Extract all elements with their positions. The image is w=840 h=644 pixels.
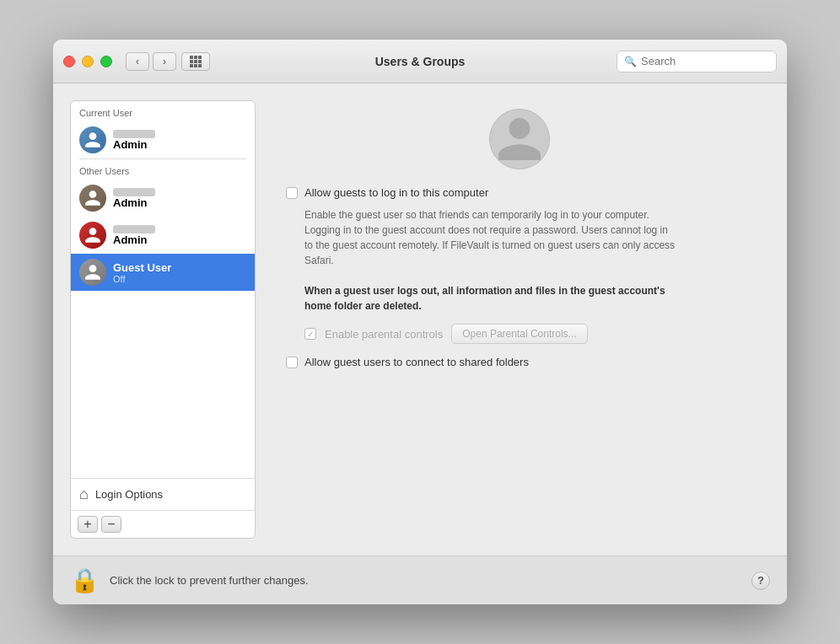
allow-guests-checkbox[interactable] [286,187,298,199]
current-user-blurred-name [113,130,155,138]
avatar [79,126,106,153]
current-user-info: Admin [113,130,155,151]
grid-icon [190,56,202,67]
footer: 🔒 Click the lock to prevent further chan… [53,555,787,604]
other-user-item-1[interactable]: Admin [71,180,255,217]
forward-button[interactable]: › [153,52,176,71]
guest-description: Enable the guest user so that friends ca… [304,207,676,314]
chevron-right-icon: › [163,56,166,67]
search-box[interactable]: 🔍 [617,51,777,72]
search-icon: 🔍 [624,56,637,67]
window-title: Users & Groups [375,55,466,68]
remove-user-button[interactable]: − [101,516,121,533]
shared-folders-checkbox-area: Allow guest users to connect to shared f… [286,356,529,368]
warning-text: When a guest user logs out, all informat… [304,285,665,312]
allow-guests-row: Allow guests to log in to this computer [286,186,753,199]
help-button[interactable]: ? [751,572,770,590]
other-user-blurred-name-2 [113,225,155,233]
guest-user-status: Off [113,274,171,284]
back-button[interactable]: ‹ [126,52,149,71]
parental-controls-row: ✓ Enable parental controls Open Parental… [304,324,588,344]
parental-controls-checkbox[interactable]: ✓ [304,328,316,340]
app-grid-button[interactable] [181,52,210,71]
shared-folders-label: Allow guest users to connect to shared f… [304,356,529,368]
nav-buttons: ‹ › [126,52,176,71]
guest-avatar [79,259,106,286]
other-user-name-1: Admin [113,196,155,209]
titlebar: ‹ › Users & Groups 🔍 [53,40,787,83]
search-input[interactable] [641,55,769,67]
sidebar: Current User Admin Other Users Admin [70,100,256,539]
other-user-item-2[interactable]: Admin [71,217,255,254]
description-text: Enable the guest user so that friends ca… [304,209,675,266]
allow-guests-label: Allow guests to log in to this computer [304,186,488,199]
detail-avatar-area [286,109,753,169]
other-user-blurred-name-1 [113,188,155,196]
sidebar-spacer [71,291,255,478]
detail-panel: Allow guests to log in to this computer … [269,100,770,539]
main-window: ‹ › Users & Groups 🔍 Current User [53,40,787,604]
chevron-left-icon: ‹ [136,56,139,67]
login-options-item[interactable]: ⌂ Login Options [71,478,255,510]
guest-user-name: Guest User [113,261,171,274]
minimize-button[interactable] [82,56,94,67]
current-user-section-label: Current User [71,101,255,121]
shared-folders-row: Allow guest users to connect to shared f… [286,356,753,368]
main-content: Current User Admin Other Users Admin [53,83,787,555]
shared-folders-checkbox[interactable] [286,357,298,368]
footer-lock-text: Click the lock to prevent further change… [110,574,741,587]
sidebar-actions: + − [71,510,255,538]
parental-controls-label: Enable parental controls [325,328,443,341]
other-user-info-1: Admin [113,188,155,209]
maximize-button[interactable] [100,56,112,67]
guest-user-info: Guest User Off [113,261,171,284]
current-user-item[interactable]: Admin [71,121,255,158]
allow-guests-checkbox-area: Allow guests to log in to this computer [286,186,488,199]
avatar [79,185,106,212]
avatar [79,222,106,249]
traffic-lights [63,56,112,67]
large-avatar [489,109,550,169]
guest-user-item[interactable]: Guest User Off [71,254,255,291]
login-options-label: Login Options [95,488,163,501]
add-user-button[interactable]: + [78,516,98,533]
current-user-name: Admin [113,138,155,151]
open-parental-controls-button[interactable]: Open Parental Controls... [451,324,587,344]
other-users-section-label: Other Users [71,159,255,180]
other-user-name-2: Admin [113,233,155,246]
close-button[interactable] [63,56,75,67]
house-icon: ⌂ [79,486,89,503]
other-user-info-2: Admin [113,225,155,246]
lock-icon[interactable]: 🔒 [70,566,100,594]
